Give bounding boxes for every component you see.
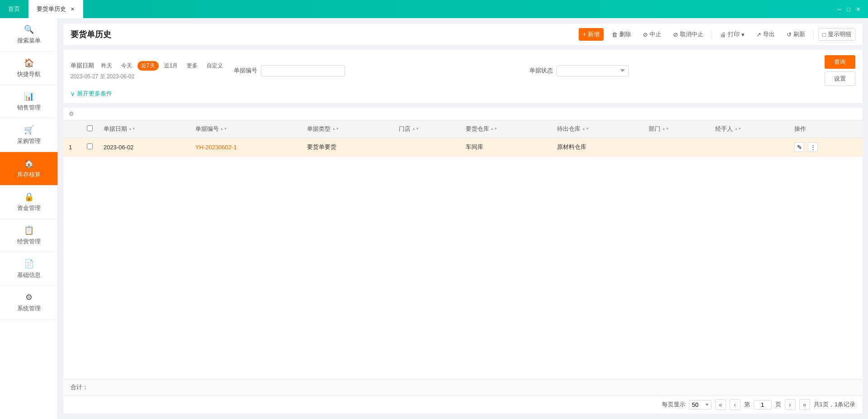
row-edit-button[interactable]: ✎ [794,142,804,152]
first-page-button[interactable]: « [715,399,726,410]
date-shortcut-custom[interactable]: 自定义 [203,61,226,71]
sidebar-item-search-menu-label: 搜索菜单 [17,37,41,45]
total-info: 共1页，1条记录 [814,400,855,409]
data-table: 单据日期 ▲▼ 单据编号 ▲▼ [63,120,863,157]
expand-more-button[interactable]: ∨ 展开更多条件 [71,90,855,98]
sidebar-item-sales[interactable]: 📊 销售管理 [0,85,57,119]
row-date: 2023-06-02 [98,138,190,157]
col-reqwh-sort: 要货仓库 ▲▼ [466,125,498,133]
purchase-icon: 🛒 [24,125,34,135]
dept-sort-arrows: ▲▼ [662,127,669,131]
main-layout: 🔍 搜索菜单 🏠 快捷导航 📊 销售管理 🛒 采购管理 🏠 库存核算 🔒 资金管… [0,18,868,419]
col-docno-sort: 单据编号 ▲▼ [195,125,227,133]
table-scroll[interactable]: 单据日期 ▲▼ 单据编号 ▲▼ [63,120,863,379]
select-all-checkbox[interactable] [87,125,93,131]
doctype-sort-arrows: ▲▼ [332,127,339,131]
sidebar-item-operation[interactable]: 📋 经营管理 [0,219,57,252]
col-handler-sort: 经手人 ▲▼ [715,125,741,133]
export-icon: ↗ [756,31,761,38]
sidebar-item-finance-label: 资金管理 [17,204,41,212]
col-doctype-sort: 单据类型 ▲▼ [307,125,339,133]
setting-button[interactable]: 设置 [825,71,855,86]
pendwh-sort-arrows: ▲▼ [582,127,589,131]
tab-requisition-history[interactable]: 要货单历史 ✕ [28,0,83,18]
prev-page-button[interactable]: ‹ [730,399,741,410]
minimize-icon[interactable]: ─ [837,6,841,13]
delete-button[interactable]: 🗑 删除 [608,29,635,40]
top-bar: 首页 要货单历史 ✕ ─ □ ✕ [0,0,868,18]
refresh-button[interactable]: ↺ 刷新 [783,29,809,40]
col-store[interactable]: 门店 ▲▼ [393,120,460,138]
new-button[interactable]: + 新增 [579,28,604,41]
sidebar-item-basic-info[interactable]: 📄 基础信息 [0,252,57,286]
divider1 [712,30,712,38]
query-button[interactable]: 查询 [825,55,855,69]
date-shortcut-yesterday[interactable]: 昨天 [98,61,116,71]
col-pendwh-sort: 待出仓库 ▲▼ [557,125,589,133]
page-number-input[interactable] [754,400,772,409]
sidebar-item-quick-nav[interactable]: 🏠 快捷导航 [0,52,57,85]
close-icon[interactable]: ✕ [856,6,861,13]
search-menu-icon: 🔍 [24,24,34,34]
date-filter-label: 单据日期 [71,62,94,70]
status-label: 单据状态 [529,67,553,75]
doc-no-input[interactable] [261,65,345,76]
print-button[interactable]: 🖨 打印 ▾ [717,29,748,40]
col-handler[interactable]: 经手人 ▲▼ [710,120,789,138]
sidebar-item-search-menu[interactable]: 🔍 搜索菜单 [0,18,57,52]
sidebar-item-purchase-label: 采购管理 [17,137,41,145]
last-page-button[interactable]: » [799,399,810,410]
maximize-icon[interactable]: □ [847,6,850,13]
tab-close-icon[interactable]: ✕ [71,6,75,12]
tab-requisition-label: 要货单历史 [37,5,66,13]
col-department[interactable]: 部门 ▲▼ [643,120,710,138]
new-label: + 新增 [583,30,599,38]
per-page-select[interactable]: 50 10 20 100 [689,400,712,409]
row-checkbox[interactable] [87,143,93,149]
next-page-button[interactable]: › [785,399,796,410]
sidebar-item-purchase[interactable]: 🛒 采购管理 [0,119,57,152]
tab-home[interactable]: 首页 [0,0,28,18]
col-pending-warehouse[interactable]: 待出仓库 ▲▼ [552,120,643,138]
col-date[interactable]: 单据日期 ▲▼ [98,120,190,138]
table-settings-row: ⚙ [63,108,863,120]
display-checkbox-icon: □ [822,31,826,38]
date-shortcut-more[interactable]: 更多 [183,61,201,71]
sidebar-item-operation-label: 经营管理 [17,238,41,246]
doc-no-link[interactable]: YH-20230602-1 [195,144,237,151]
date-shortcut-7days[interactable]: 近7天 [137,61,159,71]
table-settings-icon[interactable]: ⚙ [69,110,74,117]
delete-icon: 🗑 [612,31,618,38]
sum-row: 合计： [63,379,863,395]
sidebar-item-finance[interactable]: 🔒 资金管理 [0,186,57,219]
status-select[interactable] [557,65,629,76]
date-range-text: 2023-05-27 至 2023-06-02 [71,73,226,81]
tab-bar: 首页 要货单历史 ✕ [0,0,837,18]
sidebar-item-sales-label: 销售管理 [17,104,41,112]
cancel-stop-button[interactable]: ⊘ 取消中止 [670,29,707,40]
row-pending-warehouse: 原材料仓库 [552,138,643,157]
sidebar-item-inventory[interactable]: 🏠 库存核算 [0,152,57,186]
date-shortcuts: 昨天 今天 近7天 近1月 更多 自定义 [98,61,226,71]
store-sort-arrows: ▲▼ [412,127,419,131]
date-shortcut-1month[interactable]: 近1月 [160,61,182,71]
sidebar-item-system[interactable]: ⚙ 系统管理 [0,286,57,319]
col-doc-no[interactable]: 单据编号 ▲▼ [190,120,302,138]
sidebar-item-quick-nav-label: 快捷导航 [17,70,41,78]
col-req-warehouse[interactable]: 要货仓库 ▲▼ [460,120,552,138]
row-req-warehouse: 车间库 [460,138,552,157]
basic-info-icon: 📄 [24,259,34,269]
docno-sort-arrows: ▲▼ [220,127,227,131]
stop-label: 中止 [650,30,661,38]
display-detail-button[interactable]: □ 显示明细 [818,28,855,41]
export-button[interactable]: ↗ 导出 [753,29,778,40]
cancel-stop-label: 取消中止 [680,30,703,38]
next-page-icon: › [789,401,791,408]
stop-button[interactable]: ⊘ 中止 [639,29,665,40]
col-doc-type[interactable]: 单据类型 ▲▼ [302,120,393,138]
col-date-sort: 单据日期 ▲▼ [104,125,136,133]
stop-icon: ⊘ [643,31,648,38]
date-shortcut-today[interactable]: 今天 [118,61,136,71]
row-more-button[interactable]: ⋮ [808,142,818,152]
row-actions: ✎ ⋮ [789,138,863,157]
